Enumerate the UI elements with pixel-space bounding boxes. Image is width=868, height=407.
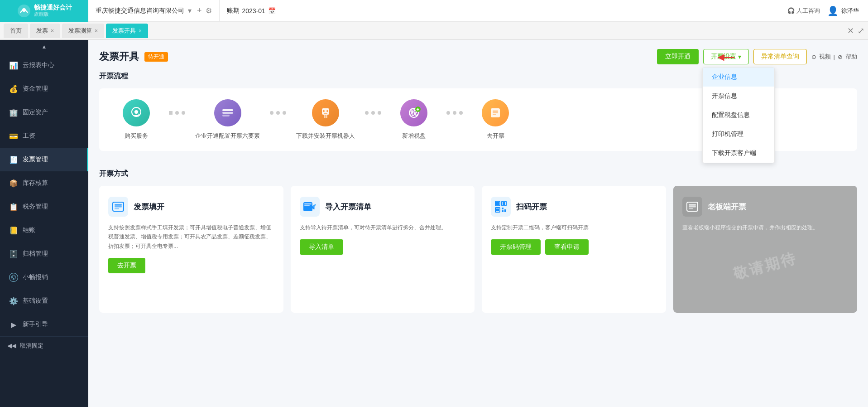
tax-icon: 📋	[9, 202, 18, 211]
buy-service-icon	[123, 99, 150, 126]
download-robot-icon	[312, 99, 339, 126]
add-taxdisk-icon: 税	[400, 99, 427, 126]
flow-step-do-invoice[interactable]: 去开票	[473, 99, 518, 140]
play-circle-icon: ⊙	[811, 53, 816, 60]
help-circle-icon: ⊘	[838, 53, 843, 60]
sidebar-item-tax-label: 税务管理	[23, 203, 48, 211]
svg-point-12	[326, 110, 328, 112]
tab-invoice-label: 发票	[36, 27, 48, 35]
flow-step-config-enterprise[interactable]: 企业开通配置开票六要素	[195, 99, 260, 140]
tab-home[interactable]: 首页	[4, 24, 28, 38]
svg-rect-38	[502, 208, 504, 209]
sidebar-item-salary-label: 工资	[23, 132, 35, 140]
tab-invoice-calc-label: 发票测算	[68, 27, 92, 35]
scan-invoice-title: 扫码开票	[516, 202, 547, 212]
sidebar-cancel-pin[interactable]: ◀◀ 取消固定	[0, 336, 88, 354]
svg-rect-31	[304, 205, 310, 206]
salary-icon: 💳	[9, 131, 18, 141]
dropdown-item-download-client[interactable]: 下载开票客户端	[703, 144, 774, 163]
dropdown-arrow-icon: ▾	[188, 6, 192, 15]
svg-rect-7	[222, 109, 233, 111]
logo-area: 畅捷通好会计 旗舰版	[0, 0, 88, 22]
sidebar-item-fixed-assets-label: 固定资产	[23, 108, 48, 116]
page-title-area: 发票开具 待开通	[99, 50, 168, 63]
tab-invoice[interactable]: 发票 ×	[30, 24, 60, 38]
content-area: 发票开具 待开通 立即开通 开票设置 ▾ 异常清单查询 ⊙ 视频 | ⊘ 帮助	[88, 40, 868, 407]
download-robot-label: 下载并安装开票机器人	[296, 132, 355, 140]
method-header-manual-fill: 发票填开	[108, 197, 274, 217]
method-card-manual-fill: 发票填开 支持按照发票样式手工填开发票；可开具增值税电子普通发票、增值税普通发票…	[99, 186, 283, 313]
flow-step-add-taxdisk[interactable]: 税 新增税盘	[391, 99, 436, 140]
dropdown-item-invoice-info[interactable]: 开票信息	[703, 87, 774, 106]
do-invoice-label: 去开票	[487, 132, 504, 140]
manual-fill-icon	[108, 197, 128, 217]
import-list-title: 导入开票清单	[325, 202, 371, 212]
cancel-pin-label: 取消固定	[20, 342, 43, 350]
import-list-desc: 支持导入待开票清单，可对待开票清单进行拆分、合并处理。	[300, 223, 466, 232]
company-selector[interactable]: 重庆畅捷交通信息咨询有限公司 ▾ + ⚙	[88, 0, 220, 21]
svg-rect-44	[689, 208, 693, 209]
sidebar-item-inventory[interactable]: 📦 库存核算	[0, 171, 88, 195]
user-name: 徐泽华	[841, 7, 859, 15]
sidebar-item-guide[interactable]: ▶ 新手引导	[0, 313, 88, 336]
tab-invoice-calc-close[interactable]: ×	[95, 28, 98, 34]
account-period-label: 账期	[227, 7, 240, 15]
sidebar-item-guide-label: 新手引导	[23, 320, 48, 329]
header-actions: 立即开通 开票设置 ▾ 异常清单查询 ⊙ 视频 | ⊘ 帮助	[657, 49, 857, 64]
tab-bar-right: ✕ ⤢	[847, 26, 864, 36]
svg-rect-30	[304, 204, 312, 204]
add-icon[interactable]: +	[197, 6, 202, 15]
sidebar-scroll-up[interactable]: ▲	[0, 40, 88, 53]
calendar-icon[interactable]: 📅	[268, 7, 276, 15]
sidebar-item-cloud-report[interactable]: 📊 云报表中心	[0, 53, 88, 77]
top-bar: 畅捷通好会计 旗舰版 重庆畅捷交通信息咨询有限公司 ▾ + ⚙ 账期 2023-…	[0, 0, 868, 22]
activate-button[interactable]: 立即开通	[657, 49, 699, 64]
inventory-icon: 📦	[9, 179, 18, 188]
sidebar-item-settings[interactable]: ⚙️ 基础设置	[0, 289, 88, 313]
video-help[interactable]: ⊙ 视频 | ⊘ 帮助	[811, 53, 857, 61]
tab-invoice-calc[interactable]: 发票测算 ×	[62, 24, 104, 38]
import-list-button[interactable]: 导入清单	[300, 239, 343, 255]
tab-invoice-open[interactable]: 发票开具 ×	[106, 24, 148, 38]
manual-fill-button[interactable]: 去开票	[108, 258, 145, 273]
sidebar-item-archive[interactable]: 🗄️ 归档管理	[0, 242, 88, 266]
service-button[interactable]: 🎧 人工咨询	[787, 7, 820, 15]
billing-methods-grid: 发票填开 支持按照发票样式手工填开发票；可开具增值税电子普通发票、增值税普通发票…	[99, 186, 857, 313]
tab-expand-icon[interactable]: ⤢	[858, 26, 864, 36]
sidebar-item-tax[interactable]: 📋 税务管理	[0, 195, 88, 218]
svg-rect-13	[324, 113, 327, 114]
settings-icon[interactable]: ⚙	[206, 6, 212, 15]
tab-invoice-open-close[interactable]: ×	[139, 28, 142, 34]
tab-close-all-icon[interactable]: ✕	[847, 26, 854, 36]
sidebar-item-xiaochang[interactable]: © 小畅报销	[0, 266, 88, 289]
svg-point-5	[134, 110, 138, 114]
svg-point-11	[323, 110, 325, 112]
sidebar-item-accounting[interactable]: 📒 结账	[0, 218, 88, 242]
sidebar-item-salary[interactable]: 💳 工资	[0, 124, 88, 148]
flow-step-download-robot[interactable]: 下载并安装开票机器人	[296, 99, 355, 140]
add-taxdisk-label: 新增税盘	[402, 132, 426, 140]
sidebar-item-invoice-mgmt[interactable]: 🧾 发票管理	[0, 148, 88, 171]
import-list-icon	[300, 197, 320, 217]
invoice-mgmt-icon: 🧾	[9, 155, 18, 164]
accounting-icon: 📒	[9, 226, 18, 235]
scan-invoice-desc: 支持定制开票二维码，客户端可扫码开票	[491, 223, 657, 232]
sidebar-item-invoice-mgmt-label: 发票管理	[23, 155, 48, 164]
flow-connector-4	[436, 112, 473, 113]
flow-step-buy-service[interactable]: 购买服务	[114, 99, 159, 140]
divider: |	[834, 53, 835, 60]
scan-invoice-code-button[interactable]: 开票码管理	[491, 239, 541, 255]
sidebar-item-fund[interactable]: 💰 资金管理	[0, 77, 88, 101]
dropdown-item-company-info[interactable]: 企业信息	[703, 68, 774, 87]
user-area[interactable]: 👤 徐泽华	[827, 5, 859, 16]
red-arrow-icon	[712, 54, 739, 68]
scan-invoice-apply-button[interactable]: 查看申请	[545, 239, 589, 255]
tab-invoice-close[interactable]: ×	[51, 28, 54, 34]
dropdown-item-tax-config[interactable]: 配置税盘信息	[703, 106, 774, 125]
dropdown-item-printer-mgmt[interactable]: 打印机管理	[703, 125, 774, 144]
sidebar-item-fixed-assets[interactable]: 🏢 固定资产	[0, 101, 88, 124]
svg-rect-43	[689, 206, 696, 208]
flow-connector-2	[260, 112, 296, 113]
abnormal-button[interactable]: 异常清单查询	[753, 49, 807, 64]
tab-home-label: 首页	[10, 27, 22, 35]
